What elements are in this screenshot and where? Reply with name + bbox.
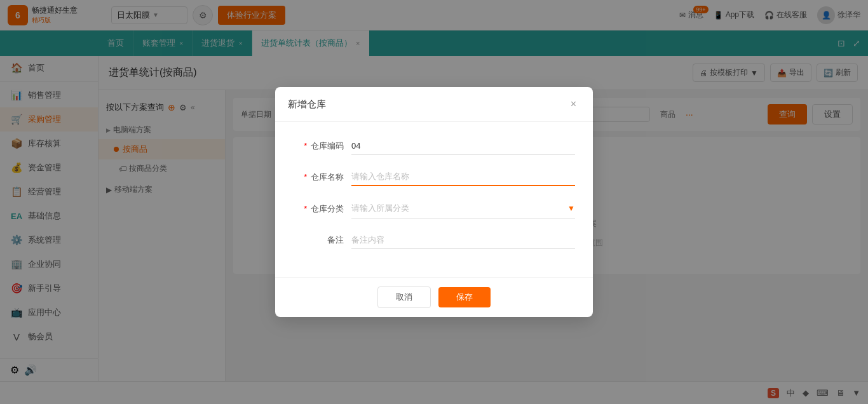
warehouse-name-input[interactable] (351, 168, 575, 186)
form-row-remark: 备注 (293, 231, 575, 249)
modal-header: 新增仓库 × (275, 87, 593, 122)
remark-label-text: 备注 (327, 235, 344, 245)
form-row-category: * 仓库分类 请输入所属分类 ▼ (293, 199, 575, 219)
category-label-text: 仓库分类 (311, 204, 344, 213)
warehouse-category-select[interactable]: 请输入所属分类 ▼ (351, 199, 575, 219)
remark-label: 备注 (293, 234, 344, 246)
modal-overlay: 新增仓库 × * 仓库编码 * 仓库名称 (0, 0, 868, 404)
code-label-text: 仓库编码 (311, 141, 344, 151)
name-required-mark: * (304, 172, 307, 182)
modal-body: * 仓库编码 * 仓库名称 * 仓库分类 请输入所属 (275, 122, 593, 277)
form-row-name: * 仓库名称 (293, 168, 575, 186)
cancel-button[interactable]: 取消 (377, 286, 431, 308)
name-label: * 仓库名称 (293, 172, 344, 183)
code-required-mark: * (304, 141, 307, 151)
category-label: * 仓库分类 (293, 203, 344, 215)
name-label-text: 仓库名称 (311, 172, 344, 182)
category-placeholder: 请输入所属分类 (351, 203, 409, 214)
save-button[interactable]: 保存 (438, 287, 491, 307)
category-required-mark: * (304, 204, 307, 213)
modal-footer: 取消 保存 (275, 277, 593, 317)
warehouse-code-input[interactable] (351, 137, 575, 155)
add-warehouse-modal: 新增仓库 × * 仓库编码 * 仓库名称 (275, 87, 593, 317)
form-row-code: * 仓库编码 (293, 137, 575, 155)
category-dropdown-arrow: ▼ (567, 204, 575, 213)
code-label: * 仓库编码 (293, 140, 344, 152)
warehouse-remark-input[interactable] (351, 231, 575, 249)
modal-close-button[interactable]: × (567, 97, 580, 111)
modal-title: 新增仓库 (288, 98, 326, 111)
